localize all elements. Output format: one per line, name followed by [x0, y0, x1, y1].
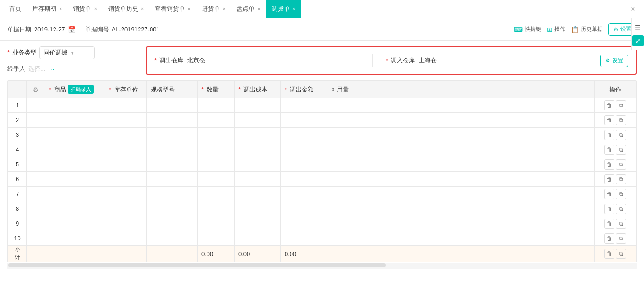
tab-inventory-init[interactable]: 库存期初 ×: [27, 0, 67, 18]
tab-purchase-order[interactable]: 进货单 ×: [196, 0, 231, 18]
row-copy-icon-4[interactable]: ⧉: [616, 145, 626, 155]
subtotal-copy-icon[interactable]: ⧉: [616, 249, 626, 259]
row-delete-icon-6[interactable]: 🗑: [604, 174, 614, 184]
row-delete-icon-4[interactable]: 🗑: [604, 145, 614, 155]
row-goods-3[interactable]: [45, 128, 105, 142]
tab-home[interactable]: 首页: [4, 0, 27, 18]
row-copy-icon-8[interactable]: ⧉: [616, 204, 626, 214]
calendar-icon[interactable]: 📅: [68, 26, 76, 33]
row-cost-10[interactable]: [235, 231, 281, 246]
row-goods-4[interactable]: [45, 142, 105, 157]
tab-sales-order[interactable]: 销货单 ×: [67, 0, 102, 18]
row-amount-9[interactable]: [281, 216, 327, 231]
row-spec-5[interactable]: [147, 157, 198, 172]
row-qty-3[interactable]: [198, 128, 235, 142]
row-delete-icon-10[interactable]: 🗑: [604, 233, 614, 244]
in-warehouse-value[interactable]: 上海仓: [419, 56, 437, 65]
row-spec-10[interactable]: [147, 231, 198, 246]
out-warehouse-value[interactable]: 北京仓: [187, 56, 205, 65]
row-spec-8[interactable]: [147, 201, 198, 216]
row-cost-8[interactable]: [235, 201, 281, 216]
row-cost-2[interactable]: [235, 113, 281, 128]
warehouse-settings-btn[interactable]: ⚙ 设置: [600, 55, 628, 67]
row-delete-icon-9[interactable]: 🗑: [604, 219, 614, 229]
row-delete-icon-2[interactable]: 🗑: [604, 115, 614, 125]
row-cost-4[interactable]: [235, 142, 281, 157]
row-goods-1[interactable]: [45, 98, 105, 113]
operation-btn[interactable]: ⊞ 操作: [547, 25, 565, 33]
row-available-8[interactable]: [327, 201, 595, 216]
row-spec-7[interactable]: [147, 187, 198, 201]
row-unit-5[interactable]: [105, 157, 147, 172]
sidebar-expand-btn[interactable]: ⤢: [632, 35, 644, 46]
row-amount-1[interactable]: [281, 98, 327, 113]
row-amount-7[interactable]: [281, 187, 327, 201]
row-spec-2[interactable]: [147, 113, 198, 128]
row-amount-5[interactable]: [281, 157, 327, 172]
row-amount-6[interactable]: [281, 172, 327, 187]
row-available-9[interactable]: [327, 216, 595, 231]
row-qty-2[interactable]: [198, 113, 235, 128]
row-qty-9[interactable]: [198, 216, 235, 231]
tab-purchase-order-close[interactable]: ×: [223, 6, 225, 12]
row-goods-6[interactable]: [45, 172, 105, 187]
row-cost-5[interactable]: [235, 157, 281, 172]
row-available-3[interactable]: [327, 128, 595, 142]
row-available-7[interactable]: [327, 187, 595, 201]
tab-transfer-order[interactable]: 调拨单 ×: [266, 0, 301, 18]
tab-inventory-init-close[interactable]: ×: [59, 6, 62, 12]
row-delete-icon-5[interactable]: 🗑: [604, 159, 614, 170]
out-warehouse-more-btn[interactable]: ···: [209, 57, 216, 64]
row-copy-icon-1[interactable]: ⧉: [616, 100, 626, 110]
row-goods-5[interactable]: [45, 157, 105, 172]
col-header-gear[interactable]: ⚙: [27, 81, 45, 98]
row-copy-icon-2[interactable]: ⧉: [616, 115, 626, 125]
row-amount-4[interactable]: [281, 142, 327, 157]
biz-type-select[interactable]: 同价调拨 ▼: [39, 46, 95, 59]
row-spec-1[interactable]: [147, 98, 198, 113]
row-goods-2[interactable]: [45, 113, 105, 128]
row-copy-icon-6[interactable]: ⧉: [616, 174, 626, 184]
row-spec-4[interactable]: [147, 142, 198, 157]
table-gear-icon[interactable]: ⚙: [33, 86, 39, 93]
scroll-bar[interactable]: [7, 263, 637, 269]
row-copy-icon-9[interactable]: ⧉: [616, 219, 626, 229]
row-spec-9[interactable]: [147, 216, 198, 231]
row-delete-icon-7[interactable]: 🗑: [604, 189, 614, 199]
row-unit-10[interactable]: [105, 231, 147, 246]
tab-inventory-check[interactable]: 盘点单 ×: [231, 0, 266, 18]
row-qty-6[interactable]: [198, 172, 235, 187]
row-available-2[interactable]: [327, 113, 595, 128]
tab-sales-history[interactable]: 销货单历史 ×: [103, 0, 149, 18]
row-amount-10[interactable]: [281, 231, 327, 246]
row-qty-7[interactable]: [198, 187, 235, 201]
row-goods-8[interactable]: [45, 201, 105, 216]
row-copy-icon-7[interactable]: ⧉: [616, 189, 626, 199]
row-delete-icon-8[interactable]: 🗑: [604, 204, 614, 214]
row-amount-3[interactable]: [281, 128, 327, 142]
subtotal-delete-icon[interactable]: 🗑: [604, 249, 614, 259]
tab-sales-history-close[interactable]: ×: [141, 6, 144, 12]
scroll-thumb[interactable]: [8, 263, 386, 267]
row-cost-9[interactable]: [235, 216, 281, 231]
row-available-10[interactable]: [327, 231, 595, 246]
row-cost-3[interactable]: [235, 128, 281, 142]
sidebar-list-btn[interactable]: ☰: [632, 22, 644, 33]
row-unit-3[interactable]: [105, 128, 147, 142]
row-cost-1[interactable]: [235, 98, 281, 113]
row-goods-7[interactable]: [45, 187, 105, 201]
row-copy-icon-3[interactable]: ⧉: [616, 130, 626, 140]
row-qty-5[interactable]: [198, 157, 235, 172]
row-qty-10[interactable]: [198, 231, 235, 246]
row-spec-3[interactable]: [147, 128, 198, 142]
row-copy-icon-5[interactable]: ⧉: [616, 159, 626, 170]
row-unit-7[interactable]: [105, 187, 147, 201]
row-amount-8[interactable]: [281, 201, 327, 216]
row-available-4[interactable]: [327, 142, 595, 157]
row-qty-1[interactable]: [198, 98, 235, 113]
row-available-5[interactable]: [327, 157, 595, 172]
shortcut-btn[interactable]: ⌨ 快捷键: [514, 25, 541, 33]
history-btn[interactable]: 📋 历史单据: [571, 25, 603, 33]
row-unit-6[interactable]: [105, 172, 147, 187]
row-unit-1[interactable]: [105, 98, 147, 113]
